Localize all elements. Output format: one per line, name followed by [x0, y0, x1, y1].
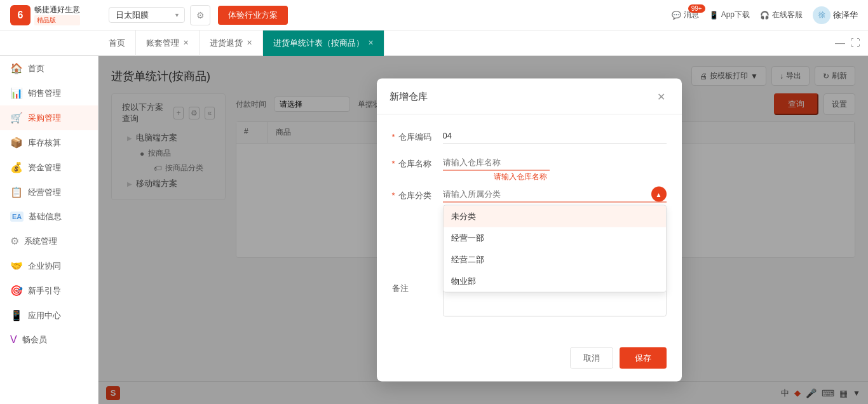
sidebar-item-appcenter[interactable]: 📱 应用中心: [0, 303, 98, 328]
online-service-item[interactable]: 🎧 在线客服: [760, 10, 803, 20]
sales-icon: 📊: [10, 87, 23, 99]
tab-purchase-stat[interactable]: 进货单统计表（按商品） ✕: [263, 30, 384, 56]
tab-expand-btn[interactable]: ⛶: [850, 37, 860, 49]
logo-area: 6 畅捷通好生意 精品版: [10, 4, 109, 25]
modal-title: 新增仓库: [390, 90, 428, 102]
code-input[interactable]: [443, 128, 667, 144]
vip-icon: V: [10, 334, 17, 346]
tab-close-purchase-return[interactable]: ✕: [247, 39, 252, 47]
branch-select-wrap[interactable]: 日太阳膜: [109, 7, 185, 23]
purchase-stat-tab-label: 进货单统计表（按商品）: [273, 37, 364, 49]
category-label: * 仓库分类: [392, 186, 443, 201]
home-icon: 🏠: [10, 62, 23, 74]
remark-label: 备注: [392, 279, 443, 294]
sidebar-label-inventory: 库存核算: [28, 137, 61, 149]
gear-button[interactable]: ⚙: [190, 5, 210, 25]
system-icon: ⚙: [10, 235, 19, 247]
sidebar: 🏠 首页 📊 销售管理 🛒 采购管理 📦 库存核算 💰 资金管理 📋 经营管理 …: [0, 56, 98, 404]
main-layout: 🏠 首页 📊 销售管理 🛒 采购管理 📦 库存核算 💰 资金管理 📋 经营管理 …: [0, 56, 868, 404]
tab-home[interactable]: 首页: [98, 30, 136, 56]
collab-icon: 🤝: [10, 260, 23, 272]
sidebar-item-inventory[interactable]: 📦 库存核算: [0, 130, 98, 155]
tab-minimize-btn[interactable]: —: [835, 37, 845, 49]
basic-icon: EA: [10, 212, 24, 222]
sidebar-label-appcenter: 应用中心: [28, 310, 61, 321]
inventory-icon: 📦: [10, 137, 23, 149]
sidebar-item-guide[interactable]: 🎯 新手引导: [0, 278, 98, 303]
category-input-wrap: ▲ 未分类 经营一部 经营二部 物业部: [443, 186, 667, 203]
headset-icon: 🎧: [760, 11, 770, 20]
sidebar-item-vip[interactable]: V 畅会员: [0, 328, 98, 352]
sidebar-label-system: 系统管理: [24, 236, 57, 247]
sidebar-item-home[interactable]: 🏠 首页: [0, 56, 98, 81]
category-input[interactable]: [443, 186, 667, 203]
tab-purchase-return[interactable]: 进货退货 ✕: [200, 30, 263, 56]
notification-item[interactable]: 💬 消息 99+: [672, 10, 699, 20]
sidebar-label-collab: 企业协同: [28, 260, 61, 272]
modal-close-btn[interactable]: ✕: [654, 89, 669, 104]
notification-icon: 💬: [672, 11, 681, 20]
top-header: 6 畅捷通好生意 精品版 日太阳膜 ⚙ 体验行业方案 💬 消息 99+ 📱 Ap…: [0, 0, 868, 30]
try-industry-button[interactable]: 体验行业方案: [218, 6, 288, 25]
sidebar-item-finance[interactable]: 💰 资金管理: [0, 155, 98, 180]
header-search-area: 日太阳膜 ⚙ 体验行业方案: [109, 5, 672, 25]
sidebar-item-sales[interactable]: 📊 销售管理: [0, 81, 98, 105]
modal-body: * 仓库编码 * 仓库名称 请输入仓库名称: [377, 115, 682, 340]
modal-footer: 取消 保存: [377, 340, 682, 382]
category-dropdown: 未分类 经营一部 经营二部 物业部: [443, 205, 667, 293]
form-row-code: * 仓库编码: [392, 128, 667, 144]
tab-actions: — ⛶: [835, 37, 868, 49]
sidebar-label-basic: 基础信息: [29, 211, 62, 222]
tab-close-account[interactable]: ✕: [183, 39, 189, 47]
avatar: 徐: [813, 6, 831, 24]
name-error-msg: 请输入仓库名称: [494, 172, 547, 182]
modal-header: 新增仓库 ✕: [377, 79, 682, 115]
name-required: *: [392, 159, 395, 168]
code-required: *: [392, 132, 395, 142]
logo-text: 畅捷通好生意 精品版: [34, 4, 80, 25]
code-label: * 仓库编码: [392, 128, 443, 143]
tab-close-purchase-stat[interactable]: ✕: [368, 39, 374, 47]
form-row-name: * 仓库名称 请输入仓库名称: [392, 154, 667, 171]
name-label: * 仓库名称: [392, 154, 443, 170]
tab-account[interactable]: 账套管理 ✕: [136, 30, 200, 56]
app-logo-icon: 6: [10, 5, 31, 25]
guide-icon: 🎯: [10, 285, 23, 297]
sidebar-item-basic[interactable]: EA 基础信息: [0, 205, 98, 229]
operation-icon: 📋: [10, 186, 23, 198]
save-button[interactable]: 保存: [620, 347, 667, 369]
form-row-category: * 仓库分类 ▲ 未分类 经营一部 经营二部 物业部: [392, 186, 667, 203]
category-required: *: [392, 191, 395, 200]
dropdown-item-unclassified[interactable]: 未分类: [444, 206, 666, 227]
account-tab-label: 账套管理: [146, 37, 179, 49]
sidebar-label-vip: 畅会员: [22, 334, 47, 346]
sidebar-item-system[interactable]: ⚙ 系统管理: [0, 229, 98, 253]
notification-badge: 99+: [688, 4, 705, 13]
cancel-button[interactable]: 取消: [570, 347, 613, 369]
purchase-return-tab-label: 进货退货: [210, 37, 243, 49]
sidebar-label-home: 首页: [28, 63, 44, 74]
add-warehouse-modal: 新增仓库 ✕ * 仓库编码 * 仓库名称: [377, 79, 682, 382]
home-tab-label: 首页: [109, 37, 125, 49]
sidebar-item-operation[interactable]: 📋 经营管理: [0, 180, 98, 205]
dropdown-item-property[interactable]: 物业部: [444, 271, 666, 292]
tab-bar: 首页 账套管理 ✕ 进货退货 ✕ 进货单统计表（按商品） ✕ — ⛶: [0, 30, 868, 56]
user-avatar-area[interactable]: 徐 徐泽华: [813, 6, 858, 24]
sidebar-label-operation: 经营管理: [28, 187, 61, 198]
header-right: 💬 消息 99+ 📱 App下载 🎧 在线客服 徐 徐泽华: [672, 6, 858, 24]
page-content: 进货单统计(按商品) 🖨 按模板打印 ▼ ↓ 导出 ↻ 刷新: [98, 56, 868, 404]
sidebar-item-purchase[interactable]: 🛒 采购管理: [0, 105, 98, 130]
sidebar-label-finance: 资金管理: [28, 162, 61, 173]
dropdown-item-dept2[interactable]: 经营二部: [444, 249, 666, 271]
sidebar-label-guide: 新手引导: [28, 285, 61, 297]
category-arrow-btn[interactable]: ▲: [651, 187, 667, 202]
name-input[interactable]: [443, 154, 550, 171]
purchase-icon: 🛒: [10, 112, 23, 124]
appcenter-icon: 📱: [10, 309, 23, 321]
sidebar-item-collab[interactable]: 🤝 企业协同: [0, 253, 98, 278]
sidebar-label-sales: 销售管理: [28, 88, 61, 99]
branch-select[interactable]: 日太阳膜: [109, 7, 185, 23]
app-download-item[interactable]: 📱 App下载: [709, 10, 750, 20]
sidebar-label-purchase: 采购管理: [28, 112, 61, 124]
dropdown-item-dept1[interactable]: 经营一部: [444, 227, 666, 249]
